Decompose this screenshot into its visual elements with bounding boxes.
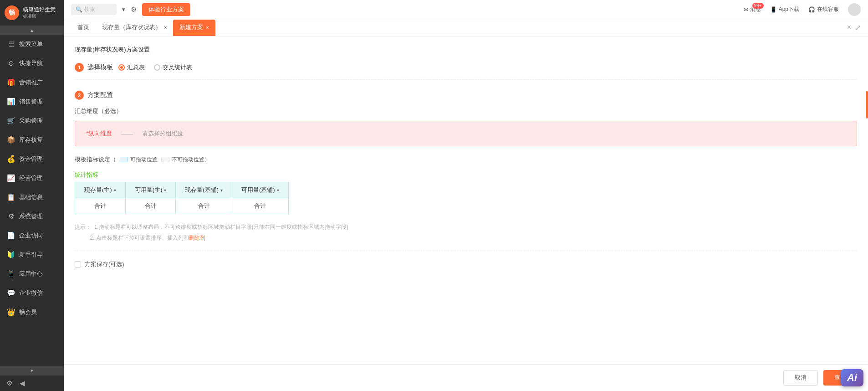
stats-table-header-row: 现存量(主) ▾ 可用量(主) ▾ [75, 182, 289, 198]
page-title: 现存量(库存状况表)方案设置 [75, 46, 857, 54]
sidebar-nav: ☰ 搜索菜单 ⊙ 快捷导航 🎁 营销推广 📊 销售管理 🛒 采购管理 📦 库存核… [0, 35, 64, 366]
col-1-sub: 合计 [125, 198, 176, 214]
dimension-area: *纵向维度 —— 请选择分组维度 [75, 121, 857, 146]
radio-summary-label: 汇总表 [127, 63, 145, 72]
col-header-0[interactable]: 现存量(主) ▾ [75, 182, 126, 198]
app-logo-text: 畅康通好生意 标准版 [23, 6, 56, 20]
basic-info-icon: 📋 [6, 193, 15, 202]
bottom-bar: 取消 查询 [64, 364, 868, 391]
tip-1: 2. 点击标题栏下拉可设置排序、插入列和删除列 [75, 232, 857, 243]
speaker-icon[interactable]: ◀ [20, 379, 25, 387]
col-3-chevron: ▾ [277, 188, 279, 193]
col-header-1[interactable]: 可用量(主) ▾ [125, 182, 176, 198]
app-download-button[interactable]: 📱 App下载 [770, 5, 799, 13]
contract-icon: 📄 [6, 231, 15, 240]
sidebar-item-member[interactable]: 👑 畅会员 [0, 303, 64, 322]
col-0-label: 现存量(主) [84, 186, 112, 194]
col-3-label: 可用量(基辅) [241, 186, 275, 194]
non-draggable-label: 不可拖动位置） [172, 156, 210, 164]
save-checkbox[interactable] [75, 261, 81, 268]
settings-icon[interactable]: ⚙ [6, 379, 12, 387]
tabs-close-icon[interactable]: × [847, 23, 851, 32]
col-header-2[interactable]: 现存量(基辅) ▾ [176, 182, 232, 198]
radio-cross-circle [154, 64, 160, 71]
sidebar: 畅 畅康通好生意 标准版 ▲ ☰ 搜索菜单 ⊙ 快捷导航 🎁 营销推广 📊 销售… [0, 0, 64, 391]
tabs-bar: 首页 现存量（库存状况表） × 新建方案 × × ⤢ [64, 19, 868, 36]
tab-inventory-close[interactable]: × [164, 25, 167, 30]
sidebar-item-finance[interactable]: 💰 资金管理 [0, 149, 64, 169]
sidebar-bottom: ⚙ ◀ [0, 375, 64, 391]
online-service-button[interactable]: 🎧 在线客服 [808, 5, 839, 13]
tab-inventory[interactable]: 现存量（库存状况表） × [96, 20, 173, 36]
template-radio-group: 汇总表 交叉统计表 [118, 63, 192, 72]
dimension-required-label: *纵向维度 [86, 129, 112, 138]
sidebar-item-app-center[interactable]: 📱 应用中心 [0, 264, 64, 283]
step1-title: 选择模板 [87, 63, 113, 72]
step2-num: 2 [75, 91, 84, 100]
app-logo-icon: 畅 [5, 5, 19, 20]
topbar-dropdown-btn[interactable]: ▾ [122, 6, 125, 13]
sidebar-item-search-menu[interactable]: ☰ 搜索菜单 [0, 35, 64, 54]
sidebar-item-purchase[interactable]: 🛒 采购管理 [0, 111, 64, 130]
radio-summary-circle [118, 64, 125, 71]
draggable-label: 可拖动位置 [130, 156, 158, 164]
sidebar-item-label: 企业微信 [19, 289, 43, 297]
indicators-label: 模板指标设定（ 可拖动位置 不可拖动位置） [75, 155, 857, 164]
tab-home[interactable]: 首页 [71, 20, 96, 36]
sidebar-item-label: 畅会员 [19, 308, 37, 316]
sidebar-item-system[interactable]: ⚙ 系统管理 [0, 207, 64, 226]
notification-button[interactable]: ✉ 消息 99+ [744, 5, 761, 13]
guide-icon: 🔰 [6, 250, 15, 259]
sidebar-item-wechat[interactable]: 💬 企业微信 [0, 283, 64, 303]
tabs-expand-icon[interactable]: ⤢ [855, 23, 861, 32]
step1-header: 1 选择模板 汇总表 交叉统计表 [75, 63, 857, 72]
sidebar-item-sales[interactable]: 📊 销售管理 [0, 92, 64, 111]
user-avatar[interactable] [848, 3, 861, 16]
operations-icon: 📈 [6, 174, 15, 183]
sidebar-scroll-up[interactable]: ▲ [0, 26, 64, 35]
tab-new-plan[interactable]: 新建方案 × [173, 20, 215, 36]
sidebar-item-inventory[interactable]: 📦 库存核算 [0, 130, 64, 149]
save-checkbox-label: 方案保存(可选) [85, 260, 124, 268]
col-2-chevron: ▾ [220, 188, 223, 193]
ai-badge[interactable]: Ai [841, 369, 863, 386]
tip-delete-span: 删除列 [189, 235, 205, 241]
quick-nav-icon: ⊙ [6, 59, 15, 68]
dimension-row: *纵向维度 —— 请选择分组维度 [86, 129, 846, 138]
radio-summary[interactable]: 汇总表 [118, 63, 145, 72]
sidebar-item-quick-nav[interactable]: ⊙ 快捷导航 [0, 54, 64, 73]
trial-industry-button[interactable]: 体验行业方案 [142, 3, 190, 16]
right-edge-scroll[interactable] [866, 91, 868, 118]
indicators-section: 模板指标设定（ 可拖动位置 不可拖动位置） [75, 155, 857, 164]
non-draggable-legend: 不可拖动位置） [161, 156, 210, 164]
col-3-sub: 合计 [232, 198, 289, 214]
search-menu-icon: ☰ [6, 40, 15, 49]
sidebar-item-guide[interactable]: 🔰 新手引导 [0, 245, 64, 264]
sidebar-item-label: 库存核算 [19, 136, 43, 144]
sidebar-item-label: 销售管理 [19, 98, 43, 106]
sidebar-item-contract[interactable]: 📄 企业协同 [0, 226, 64, 245]
radio-cross[interactable]: 交叉统计表 [154, 63, 192, 72]
member-icon: 👑 [6, 308, 15, 317]
draggable-box [120, 157, 128, 162]
topbar-right: ✉ 消息 99+ 📱 App下载 🎧 在线客服 [744, 3, 861, 16]
sidebar-scroll-down[interactable]: ▼ [0, 366, 64, 375]
stats-label: 统计指标 [75, 171, 857, 179]
tip-0: 提示： 1.拖动标题栏可以调整布局，不可跨维度或指标区域拖动栏目字段(只能在同一… [75, 221, 857, 232]
tab-new-plan-close[interactable]: × [206, 25, 209, 30]
col-1-label: 可用量(主) [135, 186, 163, 194]
col-header-3[interactable]: 可用量(基辅) ▾ [232, 182, 289, 198]
sidebar-item-label: 营销推广 [19, 78, 43, 87]
sidebar-item-operations[interactable]: 📈 经营管理 [0, 169, 64, 188]
cancel-button[interactable]: 取消 [783, 370, 818, 386]
topbar-gear-icon[interactable]: ⚙ [131, 5, 137, 14]
finance-icon: 💰 [6, 154, 15, 164]
step2-header: 2 方案配置 [75, 91, 857, 100]
purchase-icon: 🛒 [6, 116, 15, 125]
tips-section: 提示： 1.拖动标题栏可以调整布局，不可跨维度或指标区域拖动栏目字段(只能在同一… [75, 221, 857, 243]
sidebar-item-label: 采购管理 [19, 117, 43, 125]
sidebar-item-basic-info[interactable]: 📋 基础信息 [0, 188, 64, 207]
sidebar-item-marketing[interactable]: 🎁 营销推广 [0, 73, 64, 92]
col-2-label: 现存量(基辅) [185, 186, 219, 194]
sidebar-item-label: 基础信息 [19, 193, 43, 201]
